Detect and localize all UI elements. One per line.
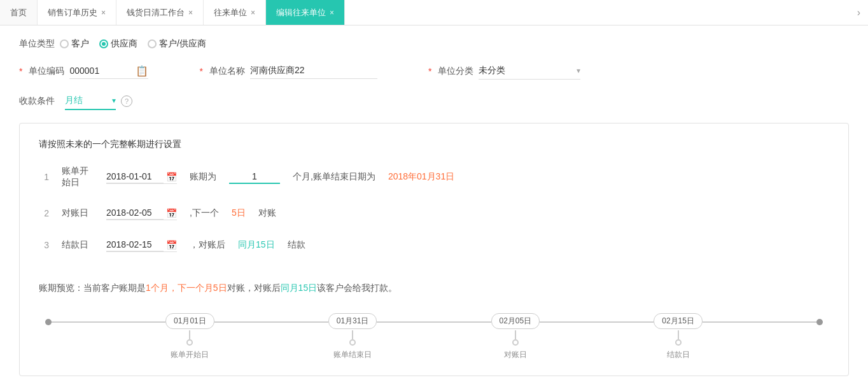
preview-label: 账期预览：当前客户账期是 [39,283,146,293]
timeline-node-4: 02月15日 结款日 [654,313,703,360]
timeline-node-3-dot [512,339,519,346]
unit-type-label: 单位类型 [19,38,55,50]
period-row-2-highlight: 5日 [232,208,246,219]
unit-code-input[interactable] [69,63,133,78]
period-row-1-highlight-date: 2018年01月31日 [388,171,454,183]
radio-supplier[interactable]: 供应商 [99,38,137,50]
period-row-3-calendar-icon[interactable]: 📅 [166,240,177,250]
unit-category-label: 单位分类 [438,66,473,77]
radio-supplier-circle [99,39,108,48]
timeline-segment-2 [214,313,328,323]
timeline-node-4-dot [675,339,682,346]
unit-category-arrow: ▾ [577,66,580,75]
radio-customer-circle [60,39,69,48]
unit-code-label: 单位编码 [29,66,64,77]
tab-cash-work-close[interactable]: × [188,8,193,17]
period-row-2-date-wrapper: 📅 [106,206,177,220]
tab-edit-partner[interactable]: 编辑往来单位 × [266,0,345,25]
unit-name-group: * 单位名称 [199,63,377,79]
timeline-line-1 [52,321,165,323]
timeline-node-2-stem [352,330,353,339]
tab-sales-history-label: 销售订单历史 [48,7,97,18]
help-icon[interactable]: ? [121,95,132,107]
timeline-node-1-stem [189,330,190,339]
period-row-3-suffix: 结款 [288,239,305,251]
payment-condition-value: 月结 [65,92,109,109]
timeline-node-2-pill: 01月31日 [328,313,377,329]
preview-part2: 下一个月5日 [178,283,227,293]
unit-name-star: * [199,66,202,76]
timeline-node-1: 01月01日 账单开始日 [165,313,214,360]
payment-condition-row: 收款条件 月结 ▾ ? [19,92,849,110]
tab-sales-history[interactable]: 销售订单历史 × [38,0,116,25]
period-row-1-calendar-icon[interactable]: 📅 [166,172,177,182]
payment-condition-label: 收款条件 [19,95,55,107]
period-row-3-highlight: 同月15日 [238,239,275,251]
period-row-2-num: 2 [39,208,49,218]
period-row-2-label: 对账日 [62,208,94,219]
preview-part5: 该客户会给我打款。 [317,283,397,293]
unit-type-group: 单位类型 客户 供应商 客户/供应商 [19,38,206,50]
unit-code-star: * [19,66,22,76]
period-row-3-date-input[interactable] [106,238,164,251]
period-row-2-calendar-icon[interactable]: 📅 [166,208,177,218]
period-row-1-suffix-before: 账期为 [190,171,216,183]
unit-category-select[interactable]: 未分类 ▾ [479,62,580,80]
period-row-3: 3 结款日 📅 ，对账后同月15日结款 [39,238,829,252]
timeline-node-2-caption: 账单结束日 [333,349,372,360]
timeline-end [816,313,823,325]
period-row-3-prefix: ，对账后 [190,239,225,251]
unit-category-group: * 单位分类 未分类 ▾ [428,62,580,80]
period-row-2-date-input[interactable] [106,206,164,220]
tab-partner-close[interactable]: × [251,8,255,17]
timeline-node-3: 02月05日 对账日 [491,313,540,360]
period-row-1-date-input[interactable] [106,170,164,183]
timeline-start [45,313,52,325]
timeline-end-dot [816,319,823,325]
period-row-1-date-wrapper: 📅 [106,170,177,184]
main-content: 单位类型 客户 供应商 客户/供应商 * 单位编码 [0,25,868,387]
radio-customer-supplier-label: 客户/供应商 [159,38,206,50]
radio-group: 客户 供应商 客户/供应商 [60,38,206,50]
radio-customer-supplier[interactable]: 客户/供应商 [148,38,206,50]
preview-part1: 1个月， [146,283,178,293]
tab-partner-label: 往来单位 [214,7,247,18]
unit-category-star: * [428,66,431,76]
unit-code-group: * 单位编码 📋 [19,63,148,79]
timeline-segment-3 [377,313,491,323]
payment-condition-select[interactable]: 月结 ▾ [65,92,116,110]
unit-name-input[interactable] [250,63,377,79]
timeline-node-3-stem [515,330,516,339]
tab-more-button[interactable]: › [850,0,868,25]
preview-part3: 对账，对账后 [227,283,281,293]
unit-name-label: 单位名称 [209,66,245,77]
radio-customer[interactable]: 客户 [60,38,89,50]
timeline-line-4 [540,321,654,323]
period-box-title: 请按照未来的一个完整帐期进行设置 [39,139,829,150]
tab-home[interactable]: 首页 [0,0,38,25]
timeline-start-dot [45,319,52,325]
tab-cash-work[interactable]: 钱货日清工作台 × [116,0,204,25]
timeline-segment-4 [540,313,654,323]
period-row-3-num: 3 [39,240,49,250]
tab-partner[interactable]: 往来单位 × [204,0,266,25]
tab-edit-partner-label: 编辑往来单位 [276,7,326,18]
timeline-node-2-dot [349,339,356,346]
timeline-node-4-pill: 02月15日 [654,313,703,329]
tab-sales-history-close[interactable]: × [101,8,106,17]
payment-condition-arrow: ▾ [112,96,116,105]
preview-section: 账期预览：当前客户账期是1个月，下一个月5日对账，对账后同月15日该客户会给我打… [39,270,829,360]
preview-part4: 同月15日 [281,283,318,293]
tab-home-label: 首页 [10,7,27,18]
unit-code-icon[interactable]: 📋 [136,65,148,77]
tab-edit-partner-close[interactable]: × [330,8,334,17]
period-row-1-month-input[interactable] [229,170,280,184]
timeline-segment-5 [703,313,816,323]
timeline-container: 01月01日 账单开始日 01月31日 账单结束日 [39,313,829,360]
period-row-1-suffix-after: 个月,账单结束日期为 [293,171,375,183]
period-row-2: 2 对账日 📅 ,下一个5日对账 [39,206,829,220]
period-row-1-label: 账单开始日 [62,165,94,188]
timeline-node-1-caption: 账单开始日 [171,349,209,360]
period-row-3-label: 结款日 [62,239,94,251]
timeline-node-3-caption: 对账日 [504,349,527,360]
